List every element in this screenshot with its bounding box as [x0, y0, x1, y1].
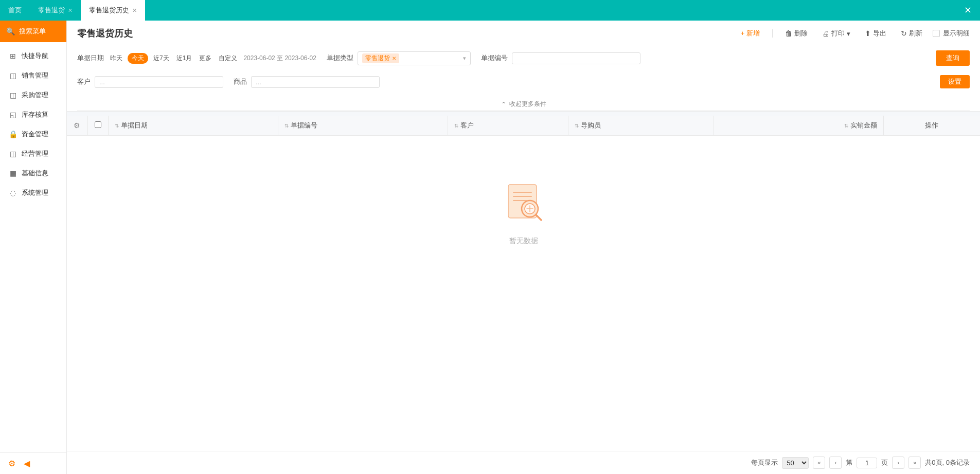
sidebar-item-inventory[interactable]: ◱ 库存核算 — [0, 105, 66, 124]
collapse-bar[interactable]: ⌃ 收起更多条件 — [77, 98, 970, 111]
table-wrapper: ⚙ ⇅ 单据日期 ⇅ — [67, 116, 980, 451]
number-filter-group: 单据编号 — [481, 52, 640, 64]
main-layout: 🔍 搜索菜单 ⊞ 快捷导航 ◫ 销售管理 ◫ 采购管理 ◱ 库存核算 🔒 资金 — [0, 21, 980, 474]
type-filter-remove[interactable]: ✕ — [392, 56, 396, 61]
sidebar-search-text: 搜索菜单 — [19, 27, 46, 36]
sidebar-item-system-mgmt[interactable]: ◌ 系统管理 — [0, 183, 66, 203]
goods-filter-input[interactable] — [251, 76, 380, 88]
sidebar-search[interactable]: 🔍 搜索菜单 — [0, 21, 66, 42]
content-area: 零售退货历史 + 新增 🗑 删除 🖨 打印 ▾ — [67, 21, 980, 474]
page-unit: 页 — [881, 458, 888, 467]
th-sort-customer-icon[interactable]: ⇅ — [454, 123, 458, 129]
table-settings-icon[interactable]: ⚙ — [74, 121, 80, 130]
th-action-label: 操作 — [925, 121, 938, 129]
svg-line-6 — [536, 215, 541, 220]
refresh-button[interactable]: ↻ 刷新 — [897, 27, 926, 40]
page-title: 零售退货历史 — [77, 27, 133, 40]
refresh-icon: ↻ — [901, 29, 907, 38]
tab-home[interactable]: 首页 — [0, 0, 30, 21]
table-select-all[interactable] — [95, 121, 101, 128]
table-header-row: ⚙ ⇅ 单据日期 ⇅ — [67, 116, 980, 136]
date-option-yesterday[interactable]: 昨天 — [108, 53, 124, 64]
table-body: 暂无数据 — [67, 136, 980, 287]
page-header-container: 零售退货历史 + 新增 🗑 删除 🖨 打印 ▾ — [67, 21, 980, 112]
export-button[interactable]: ⬆ 导出 — [861, 27, 890, 40]
th-sort-guide-icon[interactable]: ⇅ — [575, 123, 579, 129]
customer-filter-label: 客户 — [77, 77, 91, 86]
empty-state: 暂无数据 — [67, 136, 980, 287]
th-sort-amount-icon[interactable]: ⇅ — [844, 123, 848, 129]
delete-button[interactable]: 🗑 删除 — [781, 27, 812, 40]
purchase-mgmt-icon: ◫ — [8, 90, 17, 100]
customer-filter-input[interactable] — [95, 76, 223, 88]
quick-nav-icon: ⊞ — [8, 51, 17, 61]
date-filter-label: 单据日期 — [77, 53, 104, 63]
type-filter-tag: 零售退货 ✕ — [362, 53, 399, 63]
th-guide-label: 导购员 — [581, 121, 601, 130]
divider-1 — [772, 29, 773, 38]
sidebar-item-system-label: 系统管理 — [22, 188, 48, 197]
print-button[interactable]: 🖨 打印 ▾ — [818, 27, 854, 40]
export-icon: ⬆ — [865, 29, 871, 38]
number-filter-input[interactable] — [512, 52, 640, 64]
date-option-today[interactable]: 今天 — [128, 53, 148, 64]
next-page-icon: › — [897, 460, 899, 466]
print-icon: 🖨 — [822, 29, 829, 38]
collapse-label: 收起更多条件 — [509, 100, 546, 108]
show-detail-checkbox[interactable]: 显示明细 — [933, 29, 970, 38]
new-button[interactable]: + 新增 — [737, 27, 764, 40]
page-number-input[interactable] — [857, 458, 877, 468]
settings-button[interactable]: 设置 — [940, 75, 970, 88]
sidebar-item-quick-nav-label: 快捷导航 — [22, 51, 48, 61]
customer-filter-group: 客户 — [77, 76, 223, 88]
sidebar-item-finance-label: 资金管理 — [22, 130, 48, 139]
search-icon: 🔍 — [6, 27, 15, 35]
date-option-custom[interactable]: 自定义 — [217, 53, 239, 64]
sidebar-item-purchase-mgmt[interactable]: ◫ 采购管理 — [0, 85, 66, 105]
date-option-1month[interactable]: 近1月 — [174, 53, 194, 64]
date-option-7days[interactable]: 近7天 — [151, 53, 171, 64]
total-info: 共0页, 0条记录 — [925, 458, 970, 467]
last-page-button[interactable]: » — [908, 457, 921, 469]
tab-retail-return-label: 零售退货 — [38, 6, 65, 15]
print-dropdown-icon[interactable]: ▾ — [847, 30, 850, 38]
window-close-button[interactable]: ✕ — [964, 6, 972, 15]
finance-icon: 🔒 — [8, 130, 17, 139]
th-amount-label: 实销金额 — [850, 121, 877, 130]
page-size-select[interactable]: 50 10 20 100 — [782, 457, 809, 469]
type-filter-group: 单据类型 零售退货 ✕ ▾ — [327, 51, 471, 65]
sidebar-item-purchase-label: 采购管理 — [22, 90, 48, 100]
sidebar-item-inventory-label: 库存核算 — [22, 110, 48, 119]
sidebar-item-sales-mgmt[interactable]: ◫ 销售管理 — [0, 66, 66, 85]
tab-home-label: 首页 — [8, 6, 22, 15]
tab-retail-return-close[interactable]: ✕ — [68, 7, 73, 14]
sidebar-item-basic-info[interactable]: ▦ 基础信息 — [0, 163, 66, 183]
first-page-button[interactable]: « — [813, 457, 825, 469]
page-label: 第 — [846, 458, 852, 467]
th-sort-number-icon[interactable]: ⇅ — [284, 123, 289, 129]
prev-page-button[interactable]: ‹ — [829, 457, 842, 469]
empty-state-row: 暂无数据 — [67, 136, 980, 287]
sidebar-item-sales-label: 销售管理 — [22, 71, 48, 80]
inventory-icon: ◱ — [8, 110, 17, 119]
next-page-button[interactable]: › — [892, 457, 904, 469]
query-button[interactable]: 查询 — [936, 50, 970, 66]
th-sort-date-icon[interactable]: ⇅ — [115, 123, 119, 129]
sidebar-item-quick-nav[interactable]: ⊞ 快捷导航 — [0, 46, 66, 66]
settings-icon[interactable]: ⚙ — [8, 459, 15, 468]
sidebar-item-operation[interactable]: ◫ 经营管理 — [0, 144, 66, 163]
tab-retail-return[interactable]: 零售退货 ✕ — [30, 0, 81, 21]
refresh-button-label: 刷新 — [909, 29, 922, 38]
sidebar-nav: ⊞ 快捷导航 ◫ 销售管理 ◫ 采购管理 ◱ 库存核算 🔒 资金管理 ◫ 经营管… — [0, 42, 66, 452]
page-actions: + 新增 🗑 删除 🖨 打印 ▾ ⬆ — [737, 27, 970, 40]
date-options: 昨天 今天 近7天 近1月 更多 自定义 — [108, 53, 239, 64]
sidebar-item-finance[interactable]: 🔒 资金管理 — [0, 124, 66, 144]
type-filter-select[interactable]: 零售退货 ✕ ▾ — [358, 51, 471, 65]
collapse-sidebar-icon[interactable]: ◀ — [24, 459, 30, 468]
new-button-label: + 新增 — [741, 29, 760, 38]
date-option-more[interactable]: 更多 — [197, 53, 213, 64]
tab-retail-return-history[interactable]: 零售退货历史 ✕ — [81, 0, 145, 21]
number-filter-label: 单据编号 — [481, 53, 508, 63]
basic-info-icon: ▦ — [8, 169, 17, 178]
tab-retail-return-history-close[interactable]: ✕ — [132, 7, 137, 14]
